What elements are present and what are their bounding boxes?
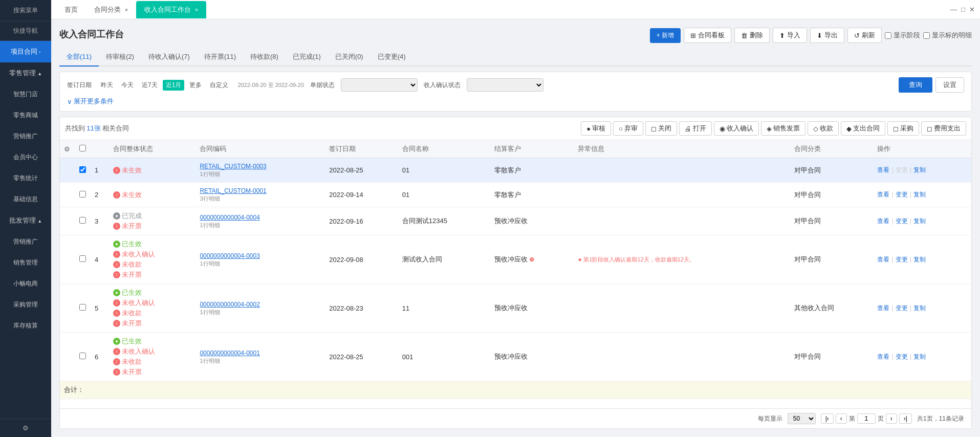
row6-checkbox[interactable] bbox=[75, 333, 91, 381]
tab-close-contract-classify[interactable]: × bbox=[125, 7, 128, 13]
sidebar-item-retail-mgmt[interactable]: 零售管理 ▲ bbox=[0, 62, 51, 84]
page-number-input[interactable] bbox=[857, 413, 876, 424]
settings-btn[interactable]: 设置 bbox=[935, 77, 964, 93]
tab-close-income-contract[interactable]: × bbox=[195, 7, 198, 13]
row5-copy-btn[interactable]: 复制 bbox=[913, 304, 926, 313]
abandon-btn[interactable]: ○ 弃审 bbox=[613, 121, 643, 136]
sidebar-item-retail-stats[interactable]: 零售统计 bbox=[0, 168, 51, 189]
filter-tab-all[interactable]: 全部(11) bbox=[59, 48, 99, 67]
tab-income-contract[interactable]: 收入合同工作台 × bbox=[136, 1, 206, 18]
sidebar-item-project-contract[interactable]: 项目合同 › bbox=[0, 41, 51, 62]
audit-btn[interactable]: ● 审核 bbox=[581, 121, 611, 136]
row6-view-btn[interactable]: 查看 bbox=[877, 353, 889, 361]
filter-tab-closed[interactable]: 已关闭(0) bbox=[328, 48, 371, 67]
row5-view-btn[interactable]: 查看 bbox=[877, 304, 889, 313]
row5-checkbox[interactable] bbox=[75, 284, 91, 333]
sidebar-item-inventory[interactable]: 库存核算 bbox=[0, 315, 51, 336]
close-btn[interactable]: ✕ bbox=[969, 6, 975, 13]
row4-view-btn[interactable]: 查看 bbox=[877, 255, 889, 264]
select-all-checkbox[interactable] bbox=[79, 145, 86, 151]
tab-contract-classify[interactable]: 合同分类 × bbox=[86, 1, 136, 18]
export-btn[interactable]: ⬇ 导出 bbox=[810, 28, 844, 43]
sidebar-item-basic-info[interactable]: 基础信息 bbox=[0, 189, 51, 210]
row1-checkbox[interactable] bbox=[75, 158, 91, 183]
sidebar-item-sales-mgmt[interactable]: 销售管理 bbox=[0, 252, 51, 273]
shortcut-last1month[interactable]: 近1月 bbox=[163, 80, 185, 91]
row2-view-btn[interactable]: 查看 bbox=[877, 190, 889, 199]
row6-copy-btn[interactable]: 复制 bbox=[913, 353, 926, 361]
fee-output-btn[interactable]: ◻ 费用支出 bbox=[921, 121, 966, 136]
shortcut-more[interactable]: 更多 bbox=[186, 80, 205, 91]
row3-change-btn[interactable]: 变更 bbox=[896, 217, 908, 226]
shortcut-last7days[interactable]: 近7天 bbox=[139, 80, 161, 91]
row1-copy-btn[interactable]: 复制 bbox=[913, 166, 926, 174]
sidebar-item-smart-store[interactable]: 智慧门店 bbox=[0, 84, 51, 105]
filter-tab-pending-invoice[interactable]: 待开票(11) bbox=[197, 48, 243, 67]
row4-copy-btn[interactable]: 复制 bbox=[913, 255, 926, 264]
shortcut-today[interactable]: 今天 bbox=[118, 80, 137, 91]
row5-code-link[interactable]: 0000000000004-0002 bbox=[200, 301, 259, 308]
refresh-btn[interactable]: ↺ 刷新 bbox=[847, 28, 882, 43]
print-btn[interactable]: 🖨 打开 bbox=[679, 121, 712, 136]
search-btn[interactable]: 查询 bbox=[899, 77, 932, 93]
expense-contract-btn[interactable]: ◆ 支出合同 bbox=[841, 121, 885, 136]
income-confirm-select[interactable] bbox=[467, 78, 543, 92]
sidebar-item-retail-commerce[interactable]: 零售商城 bbox=[0, 105, 51, 126]
filter-tab-pending-review[interactable]: 待审核(2) bbox=[99, 48, 141, 67]
row2-checkbox[interactable] bbox=[75, 183, 91, 207]
row2-code-link[interactable]: RETAIL_CUSTOM-0001 bbox=[200, 187, 266, 194]
minimize-btn[interactable]: — bbox=[950, 6, 957, 13]
shortcut-yesterday[interactable]: 昨天 bbox=[98, 80, 116, 91]
row4-checkbox[interactable] bbox=[75, 235, 91, 284]
col-settings-icon[interactable]: ⚙ bbox=[64, 145, 70, 153]
expand-conditions-btn[interactable]: ∨ 展开更多条件 bbox=[67, 97, 114, 106]
row4-code-link[interactable]: 0000000000004-0003 bbox=[200, 252, 259, 259]
sidebar-item-marketing[interactable]: 营销推广 bbox=[0, 126, 51, 147]
first-page-btn[interactable]: |‹ bbox=[821, 413, 834, 424]
sidebar-search[interactable]: 搜索菜单 bbox=[0, 0, 51, 21]
filter-tab-pending-income-confirm[interactable]: 待收入确认(7) bbox=[141, 48, 197, 67]
filter-tab-pending-collection[interactable]: 待收款(8) bbox=[243, 48, 286, 67]
purchase-btn[interactable]: ◻ 采购 bbox=[887, 121, 919, 136]
row3-view-btn[interactable]: 查看 bbox=[877, 217, 889, 226]
tab-home[interactable]: 首页 bbox=[56, 1, 86, 18]
show-marked-checkbox[interactable]: 显示标的明细 bbox=[923, 31, 972, 40]
next-page-btn[interactable]: › bbox=[886, 413, 897, 424]
row1-code-link[interactable]: RETAIL_CUSTOM-0003 bbox=[200, 163, 266, 170]
filter-tab-changed[interactable]: 已变更(4) bbox=[371, 48, 413, 67]
row2-copy-btn[interactable]: 复制 bbox=[913, 190, 926, 199]
new-btn[interactable]: + 新增 bbox=[650, 28, 681, 43]
show-marked-input[interactable] bbox=[923, 32, 930, 39]
row5-change-btn[interactable]: 变更 bbox=[896, 304, 908, 313]
maximize-btn[interactable]: □ bbox=[961, 6, 965, 13]
collection-btn[interactable]: ◇ 收款 bbox=[808, 121, 839, 136]
sidebar-item-wholesale-mgmt[interactable]: 批发管理 ▲ bbox=[0, 210, 51, 231]
shortcut-custom[interactable]: 自定义 bbox=[207, 80, 231, 91]
sidebar-item-member-center[interactable]: 会员中心 bbox=[0, 147, 51, 168]
table-scroll[interactable]: ⚙ 合同整体状态 合同编码 签订日期 合同名称 结算客户 异常信息 bbox=[60, 140, 971, 408]
contract-board-btn[interactable]: ⊞ 合同看板 bbox=[684, 28, 731, 43]
close-action-btn[interactable]: ◻ 关闭 bbox=[645, 121, 677, 136]
last-page-btn[interactable]: ›| bbox=[899, 413, 912, 424]
row3-copy-btn[interactable]: 复制 bbox=[913, 217, 926, 226]
doc-status-select[interactable] bbox=[341, 78, 418, 92]
sidebar-item-purchase-mgmt[interactable]: 采购管理 bbox=[0, 294, 51, 315]
prev-page-btn[interactable]: ‹ bbox=[836, 413, 847, 424]
row2-change-btn[interactable]: 变更 bbox=[896, 190, 908, 199]
row3-code-link[interactable]: 0000000000004-0004 bbox=[200, 214, 259, 221]
sidebar-quick-nav[interactable]: 快捷导航 bbox=[0, 21, 51, 41]
row4-change-btn[interactable]: 变更 bbox=[896, 255, 908, 264]
sidebar-settings[interactable]: ⚙ bbox=[0, 419, 51, 437]
delete-btn[interactable]: 🗑 删除 bbox=[734, 28, 770, 43]
page-size-select[interactable]: 50 20 100 bbox=[788, 413, 816, 424]
sidebar-item-xiaochang-ecom[interactable]: 小畅电商 bbox=[0, 273, 51, 294]
income-confirm-btn[interactable]: ◉ 收入确认 bbox=[714, 121, 759, 136]
row1-view-btn[interactable]: 查看 bbox=[877, 166, 889, 174]
row6-change-btn[interactable]: 变更 bbox=[896, 353, 908, 361]
sidebar-item-marketing2[interactable]: 营销推广 bbox=[0, 231, 51, 252]
show-stages-input[interactable] bbox=[885, 32, 891, 39]
row3-checkbox[interactable] bbox=[75, 207, 91, 235]
filter-tab-completed[interactable]: 已完成(1) bbox=[286, 48, 328, 67]
row6-code-link[interactable]: 0000000000004-0001 bbox=[200, 349, 259, 357]
sales-invoice-btn[interactable]: ◈ 销售发票 bbox=[761, 121, 805, 136]
